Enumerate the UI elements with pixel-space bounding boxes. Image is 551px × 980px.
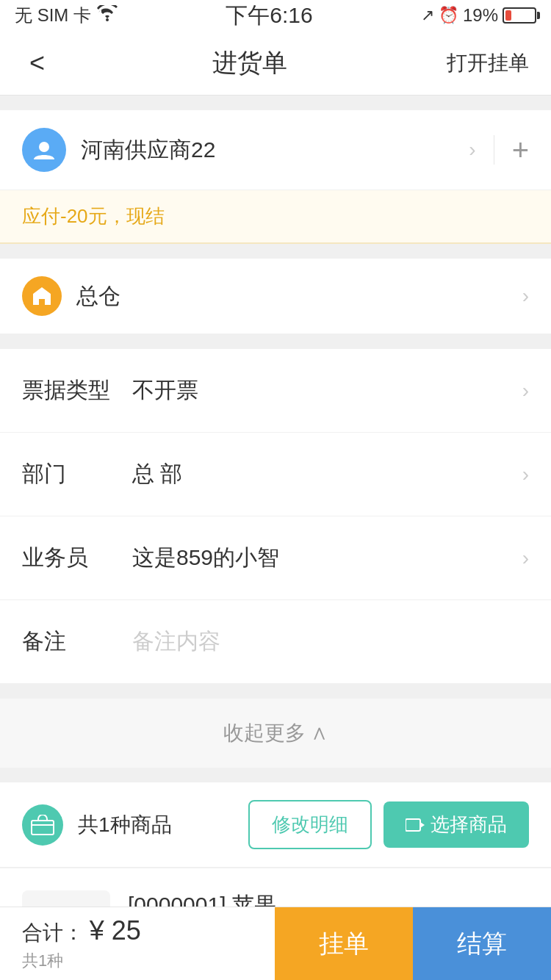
collapse-row[interactable]: 收起更多 ∧: [0, 699, 551, 768]
invoice-chevron-icon: ›: [522, 379, 529, 403]
dept-value: 总 部: [132, 459, 522, 489]
main-content: 河南供应商22 › + 应付-20元，现结 总仓 › 票据类型 不开票 › 部门…: [0, 110, 551, 980]
total-count: 共1种: [22, 950, 253, 972]
total-section: 合计： ¥ 25 共1种: [0, 915, 275, 972]
invoice-label: 票据类型: [22, 375, 118, 406]
remark-label: 备注: [22, 627, 118, 657]
warehouse-icon: [22, 276, 62, 316]
location-icon: ↗: [421, 6, 434, 25]
remark-row[interactable]: 备注 备注内容: [0, 600, 551, 684]
collapse-label: 收起更多 ∧: [223, 719, 328, 747]
checkout-button[interactable]: 结算: [413, 907, 551, 981]
total-label: 合计：: [22, 921, 84, 944]
svg-rect-2: [32, 821, 54, 835]
notice-row: 应付-20元，现结: [0, 190, 551, 244]
total-row: 合计： ¥ 25: [22, 915, 253, 947]
battery-icon: [503, 7, 536, 24]
supplier-section: 河南供应商22 › + 应付-20元，现结: [0, 110, 551, 244]
products-count: 共1种商品: [78, 811, 248, 839]
bottom-bar: 合计： ¥ 25 共1种 挂单 结算: [0, 907, 551, 980]
alarm-icon: ⏰: [439, 6, 458, 25]
svg-point-1: [39, 142, 49, 152]
products-header: 共1种商品 修改明细 选择商品: [0, 782, 551, 868]
total-amount: ¥ 25: [90, 915, 141, 945]
svg-rect-3: [406, 819, 420, 831]
salesman-chevron-icon: ›: [522, 547, 529, 570]
invoice-row[interactable]: 票据类型 不开票 ›: [0, 349, 551, 433]
carrier-label: 无 SIM 卡: [15, 4, 91, 27]
products-icon: [22, 804, 63, 846]
svg-point-0: [106, 18, 109, 21]
back-button[interactable]: <: [22, 40, 52, 86]
supplier-row[interactable]: 河南供应商22 › +: [0, 110, 551, 190]
open-hang-button[interactable]: 打开挂单: [447, 49, 529, 77]
page-title: 进货单: [212, 46, 287, 80]
warehouse-row[interactable]: 总仓 ›: [0, 259, 551, 334]
nav-bar: < 进货单 打开挂单: [0, 31, 551, 96]
status-bar: 无 SIM 卡 下午6:16 ↗ ⏰ 19%: [0, 0, 551, 31]
battery-percent: 19%: [463, 5, 498, 26]
supplier-name: 河南供应商22: [81, 135, 469, 165]
status-bar-right: ↗ ⏰ 19%: [421, 5, 536, 26]
hang-button[interactable]: 挂单: [275, 907, 413, 981]
supplier-avatar: [22, 128, 66, 172]
supplier-chevron-icon: ›: [469, 138, 475, 162]
warehouse-chevron-icon: ›: [522, 284, 529, 308]
dept-row[interactable]: 部门 总 部 ›: [0, 433, 551, 516]
add-supplier-button[interactable]: +: [512, 134, 529, 167]
supplier-divider: [494, 135, 494, 165]
salesman-label: 业务员: [22, 543, 118, 573]
remark-input[interactable]: 备注内容: [132, 627, 529, 657]
select-product-label: 选择商品: [431, 812, 507, 837]
salesman-value: 这是859的小智: [132, 543, 522, 573]
status-bar-time: 下午6:16: [226, 1, 312, 31]
form-section: 票据类型 不开票 › 部门 总 部 › 业务员 这是859的小智 › 备注 备注…: [0, 349, 551, 684]
dept-chevron-icon: ›: [522, 463, 529, 486]
dept-label: 部门: [22, 459, 118, 489]
salesman-row[interactable]: 业务员 这是859的小智 ›: [0, 516, 551, 600]
status-bar-left: 无 SIM 卡: [15, 4, 118, 27]
warehouse-section: 总仓 ›: [0, 259, 551, 334]
wifi-icon: [97, 5, 118, 26]
invoice-value: 不开票: [132, 375, 522, 406]
edit-detail-button[interactable]: 修改明细: [248, 800, 372, 849]
select-product-button[interactable]: 选择商品: [383, 801, 529, 848]
warehouse-name: 总仓: [76, 281, 522, 311]
